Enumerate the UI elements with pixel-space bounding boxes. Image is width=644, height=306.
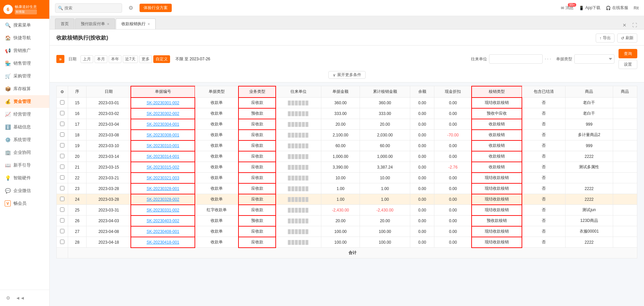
cell-bill-no[interactable]: SK-20230314-001	[131, 151, 195, 162]
sidebar-item-search[interactable]: 🔍 搜索菜单	[0, 19, 49, 32]
cell-bill-no[interactable]: SK-20230331-002	[131, 205, 195, 216]
cell-checkbox[interactable]	[57, 119, 68, 130]
cell-bill-amount: 60.00	[321, 140, 360, 151]
cell-bill-type: 收款单	[195, 140, 238, 151]
export-button[interactable]: ↑ 导出	[596, 34, 614, 43]
bill-no-link[interactable]: SK-20230308-001	[147, 133, 179, 137]
table-container[interactable]: ⚙ 序 日期 单据编号 单据类型 业务类型 往来单位 单据金额 累计核销金额 余…	[50, 82, 644, 306]
expand-more-button[interactable]: ∨ 展开更多条件	[328, 71, 366, 79]
cell-cancel-type: 现结收款核销	[472, 183, 522, 194]
cell-checkbox[interactable]	[57, 237, 68, 248]
cell-checkbox[interactable]	[57, 183, 68, 194]
user-display: Rit	[634, 6, 639, 10]
th-settings[interactable]: ⚙	[57, 86, 68, 98]
cell-checkbox[interactable]	[57, 98, 68, 108]
cell-checkbox[interactable]	[57, 140, 68, 151]
sidebar-settings-btn[interactable]: ⚙	[3, 293, 13, 303]
sidebar-item-basicinfo[interactable]: ℹ️ 基础信息	[0, 121, 49, 133]
sidebar-item-sales[interactable]: 🏪 销售管理	[0, 57, 49, 70]
tab-prepay[interactable]: 预付款应付单 ×	[75, 18, 115, 29]
bill-no-link[interactable]: SK-20230310-001	[147, 143, 179, 148]
tab-collection-close[interactable]: ×	[148, 22, 150, 26]
bill-no-link[interactable]: SK-20230304-001	[147, 122, 179, 127]
cell-bill-no[interactable]: SK-20230301-002	[131, 98, 195, 108]
cell-bill-no[interactable]: SK-20230328-001	[131, 183, 195, 194]
refresh-button[interactable]: ↺ 刷新	[617, 34, 637, 43]
cell-bill-no[interactable]: SK-20230308-001	[131, 130, 195, 140]
bill-no-link[interactable]: SK-20230331-002	[147, 208, 179, 212]
sidebar-item-purchase[interactable]: 🛒 采购管理	[0, 70, 49, 82]
cell-bill-no[interactable]: SK-20230321-003	[131, 173, 195, 183]
cell-bill-no[interactable]: SK-20230310-001	[131, 140, 195, 151]
bill-type-select[interactable]	[574, 54, 614, 64]
cell-bill-no[interactable]: SK-20230304-001	[131, 119, 195, 130]
bill-no-link[interactable]: SK-20230418-001	[147, 240, 179, 245]
cell-checkbox[interactable]	[57, 226, 68, 237]
tab-expand-btn[interactable]: ⛶	[631, 21, 639, 29]
tab-close-all-btn[interactable]: ✕	[621, 21, 629, 29]
bill-no-link[interactable]: SK-20230408-001	[147, 229, 179, 234]
sidebar-item-enterprise[interactable]: 🏢 企业协同	[0, 146, 49, 159]
cell-checkbox[interactable]	[57, 108, 68, 119]
search-input[interactable]	[64, 6, 119, 10]
bill-no-link[interactable]: SK-20230328-001	[147, 186, 179, 191]
cell-checkbox[interactable]	[57, 205, 68, 216]
cell-bill-no[interactable]: SK-20230315-002	[131, 162, 195, 173]
date-btn-this-month[interactable]: 本月	[95, 55, 107, 63]
cell-checkbox[interactable]	[57, 162, 68, 173]
settings-gear-icon[interactable]: ⚙	[126, 3, 136, 13]
cell-checkbox[interactable]	[57, 130, 68, 140]
app-download-button[interactable]: 📱 App下载	[579, 5, 600, 11]
bill-no-link[interactable]: SK-20230314-001	[147, 154, 179, 159]
cell-product2	[613, 183, 637, 194]
cell-cancel-type: 现结收款核销	[472, 194, 522, 205]
cell-checkbox[interactable]	[57, 151, 68, 162]
solution-button[interactable]: 体验行业方案	[140, 4, 172, 12]
cell-cancel-type: 现结收款核销	[472, 98, 522, 108]
sidebar-item-quicknav[interactable]: 🏠 快捷导航	[0, 32, 49, 44]
date-btn-this-year[interactable]: 本年	[109, 55, 121, 63]
filter-settings-button[interactable]: 设置	[619, 60, 637, 69]
tab-home[interactable]: 首页	[55, 18, 74, 29]
date-btn-custom[interactable]: 自定义	[153, 55, 170, 63]
sidebar-collapse-btn[interactable]: ◄◄	[15, 293, 25, 303]
cell-bill-no[interactable]: SK-20230418-001	[131, 237, 195, 248]
th-cancel-type: 核销类型	[472, 86, 522, 98]
cell-checkbox[interactable]	[57, 194, 68, 205]
sidebar-item-operations[interactable]: 📈 经营管理	[0, 108, 49, 121]
partner-input[interactable]	[489, 54, 543, 64]
query-button[interactable]: 查询	[619, 49, 637, 58]
filter-expand-button[interactable]: »	[56, 55, 64, 63]
cell-checkbox[interactable]	[57, 173, 68, 183]
bill-no-link[interactable]: SK-20230328-002	[147, 197, 179, 202]
sidebar-item-smarthw[interactable]: 💡 智能硬件	[0, 172, 49, 184]
cell-partner: ██████	[276, 183, 321, 194]
bill-no-link[interactable]: SK-20230315-002	[147, 165, 179, 170]
sidebar-item-wechat[interactable]: 💬 企业微信	[0, 184, 49, 197]
sidebar-item-system[interactable]: ⚙️ 系统管理	[0, 133, 49, 146]
search-icon: 🔍	[5, 22, 11, 28]
topbar-search-box[interactable]: 🔍	[55, 3, 122, 13]
date-btn-7days[interactable]: 近7天	[123, 55, 138, 63]
cell-product: 2222	[566, 194, 613, 205]
bill-no-link[interactable]: SK-20230301-002	[147, 101, 179, 105]
messages-button[interactable]: ✉ 消息 99+	[561, 5, 574, 11]
tab-collection[interactable]: 收款核销执行 ×	[116, 18, 156, 29]
online-service-button[interactable]: 🎧 在线客服	[606, 5, 628, 11]
bill-no-link[interactable]: SK-20230321-003	[147, 176, 179, 180]
sidebar-item-inventory[interactable]: 📦 库存核算	[0, 82, 49, 95]
bill-no-link[interactable]: SK-20230302-002	[147, 111, 179, 116]
date-btn-last-month[interactable]: 上月	[80, 55, 93, 63]
date-btn-more[interactable]: 更多	[139, 55, 152, 63]
bill-no-link[interactable]: SK-20230403-002	[147, 219, 179, 223]
sidebar-item-guide[interactable]: 📖 新手引导	[0, 159, 49, 172]
cell-bill-no[interactable]: SK-20230302-002	[131, 108, 195, 119]
sidebar-item-member[interactable]: V 畅会员	[0, 197, 49, 210]
tab-prepay-close[interactable]: ×	[107, 22, 109, 26]
cell-bill-no[interactable]: SK-20230328-002	[131, 194, 195, 205]
cell-bill-no[interactable]: SK-20230403-002	[131, 216, 195, 226]
cell-bill-no[interactable]: SK-20230408-001	[131, 226, 195, 237]
sidebar-item-marketing[interactable]: 📢 营销推广	[0, 44, 49, 57]
sidebar-item-finance[interactable]: 💰 资金管理	[0, 95, 49, 108]
cell-checkbox[interactable]	[57, 216, 68, 226]
